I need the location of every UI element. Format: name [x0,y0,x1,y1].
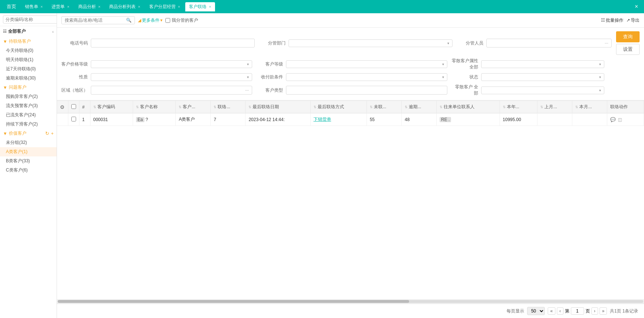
th-last-month[interactable]: ⇅ 上月... [537,101,572,113]
sort-icon: ⇅ [575,105,578,109]
phone-label: 电话号码 [61,40,91,46]
row-not-contacted: 55 [366,113,401,126]
customer-table: ⚙ # ⇅ 客户编码 [57,101,644,126]
filter-customer-type: 客户类型 [257,86,447,95]
filter-search-icon[interactable]: 🔍 [126,18,132,23]
retail-attr-select[interactable]: ▾ [481,60,604,68]
region-select[interactable]: ··· [91,86,252,95]
sidebar-all-customers[interactable]: ☷ 全部客户 ‹ [0,26,57,37]
retail-chevron: ▾ [599,88,601,92]
sidebar-item-overdue[interactable]: 逾期未联络(30) [0,74,57,83]
sidebar-group-problem[interactable]: ▼ 问题客户 [0,83,57,92]
filter-payment: 收付款条件 ▾ [257,73,447,81]
close-product-analysis-list-tab[interactable]: × [138,4,140,9]
th-contact-count[interactable]: ⇅ 联络... [211,101,246,113]
my-customers-checkbox[interactable]: 我分管的客户 [165,17,198,24]
th-overdue[interactable]: ⇅ 逾期... [401,101,436,113]
sort-icon: ⇅ [136,105,139,109]
refresh-icon[interactable]: ↻ [45,131,49,136]
nature-select[interactable]: ▾ [91,73,252,81]
filter-row-3: 性质 ▾ 收付款条件 ▾ 状态 [61,73,640,81]
status-chevron: ▾ [599,75,601,79]
page-number-input[interactable] [571,307,584,315]
horizontal-scrollbar[interactable] [57,299,644,304]
qrcode-icon[interactable]: ◫ [618,117,622,122]
page-size-select[interactable]: 50 [527,307,545,315]
retail-attr-label: 零散客户属性 全部 [452,58,481,70]
nav-customer-contact[interactable]: 客户联络 × [185,2,215,11]
row-select-checkbox[interactable] [71,117,76,121]
add-group-icon[interactable]: + [51,131,54,136]
th-this-month[interactable]: ⇅ 本月... [572,101,607,113]
customer-type-input[interactable] [286,86,447,95]
chat-icon[interactable]: 💬 [610,117,616,122]
th-last-date[interactable]: ⇅ 最后联络日期 [246,101,310,113]
phone-input[interactable] [91,39,255,47]
customer-level-select[interactable]: ▾ [286,60,447,68]
sidebar-item-today[interactable]: 今天待联络(0) [0,46,57,55]
th-not-contacted[interactable]: ⇅ 未联... [366,101,401,113]
sidebar-group-pending[interactable]: ▼ 待联络客户 [0,37,57,46]
nav-sales[interactable]: 销售单 × [21,2,46,11]
row-this-month [572,113,607,126]
th-name[interactable]: ⇅ 客户名称 [133,101,175,113]
last-page-button[interactable]: » [600,307,607,315]
batch-ops-button[interactable]: ☷ 批量操作 [601,17,623,24]
nav-purchase[interactable]: 进货单 × [48,2,73,11]
sidebar-item-b-class[interactable]: B类客户(33) [0,156,57,166]
search-button[interactable]: 查询 [616,31,640,42]
close-purchase-tab[interactable]: × [67,4,69,9]
sidebar-item-a-class[interactable]: A类客户(1) [0,147,57,156]
sidebar-item-churn-warning[interactable]: 流失预警客户(3) [0,101,57,110]
filter-more-button[interactable]: ◢ 更多条件 ▾ [138,17,162,24]
select-all-checkbox[interactable] [71,104,76,109]
nav-product-analysis[interactable]: 商品分析 × [75,2,104,11]
close-sales-tab[interactable]: × [40,4,43,9]
nature-label: 性质 [61,74,91,80]
manager-select[interactable]: ··· [486,39,612,47]
th-last-method[interactable]: ⇅ 最后联络方式 [310,101,366,113]
nav-customer-tier[interactable]: 客户分层经营 × [146,2,184,11]
th-checkbox [68,101,79,113]
payment-select[interactable]: ▾ [286,73,447,81]
retail-select[interactable]: ▾ [481,86,604,94]
th-this-year[interactable]: ⇅ 本年... [500,101,537,113]
export-button[interactable]: ↗ 导出 [626,17,640,24]
row-last-date: 2023-04-12 14:44: [246,113,310,126]
my-customers-check[interactable] [165,18,170,23]
global-close-button[interactable]: × [632,3,641,10]
th-customer-type[interactable]: ⇅ 客户... [176,101,211,113]
th-code[interactable]: ⇅ 客户编码 [90,101,133,113]
sidebar-item-7days[interactable]: 近7天待联络(0) [0,64,57,74]
filter-row-1: 电话号码 分管部门 ▾ 分管人员 ··· 查询 设置 [61,31,640,55]
prev-page-button[interactable]: ‹ [557,307,564,315]
table-settings-icon[interactable]: ⚙ [60,104,65,110]
close-product-analysis-tab[interactable]: × [98,4,100,9]
filter-search-input[interactable] [65,18,126,23]
row-code: 000031 [90,113,133,126]
price-level-select[interactable]: ▾ [91,60,252,68]
sidebar-item-tomorrow[interactable]: 明天待联络(1) [0,55,57,64]
close-customer-tier-tab[interactable]: × [178,4,180,9]
retail-label: 零散客户 全部 [452,84,481,96]
table-row: 1 000031 Ea ? A类客户 7 2023-04-12 14:44: 下… [57,113,644,126]
settings-button[interactable]: 设置 [616,44,640,55]
last-method-link[interactable]: 下销货单 [314,117,331,122]
status-select[interactable]: ▾ [481,73,604,81]
sidebar-item-abnormal[interactable]: 囤购异常客户(2) [0,92,57,101]
arrow-icon-value[interactable]: ▼ [3,131,7,136]
nav-home[interactable]: 首页 [3,2,20,11]
sidebar-search-input[interactable] [3,15,57,24]
grid-icon: ☷ [3,29,7,34]
sidebar-item-c-class[interactable]: C类客户(6) [0,166,57,175]
sidebar-item-churned[interactable]: 已流失客户(24) [0,110,57,120]
sidebar-item-ungrouped[interactable]: 未分组(32) [0,138,57,147]
customer-level-label: 客户等级 [257,61,286,67]
first-page-button[interactable]: « [548,307,555,315]
dept-select[interactable]: ▾ [289,39,452,47]
sidebar-item-declining[interactable]: 持续下滑客户(2) [0,120,57,129]
close-customer-contact-tab[interactable]: × [209,4,211,9]
nav-product-analysis-list[interactable]: 商品分析列表 × [105,2,144,11]
next-page-button[interactable]: › [591,307,598,315]
th-contact-person[interactable]: ⇅ 往来单位联系人 [436,101,500,113]
